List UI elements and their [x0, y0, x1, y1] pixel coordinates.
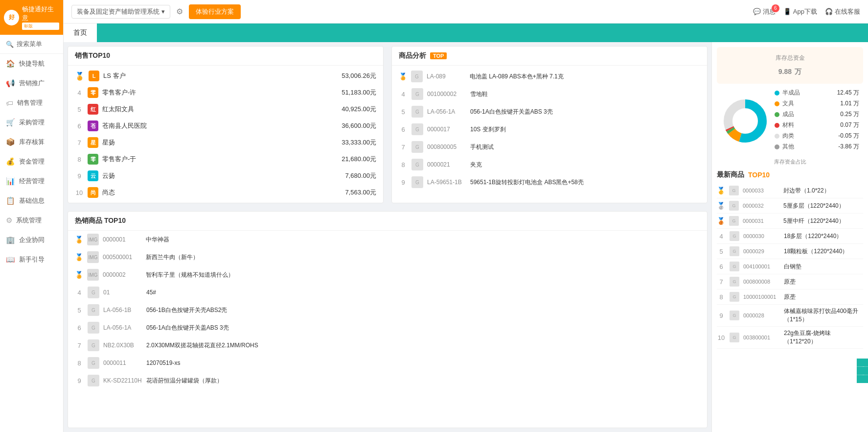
operation-label: 经营管理: [19, 177, 45, 186]
rank-number: 10: [717, 334, 726, 341]
legend-value: 12.45 万: [837, 89, 859, 97]
customer-amount: 21,680.00元: [342, 155, 376, 164]
rank-number: 6: [717, 263, 726, 270]
sidebar-item-system[interactable]: ⚙系统管理: [0, 211, 63, 230]
operation-icon: 📊: [6, 177, 15, 186]
guide-icon: 📖: [6, 255, 15, 264]
customer-name: 尚态: [102, 188, 341, 197]
rank-number: 9: [399, 179, 408, 186]
search-menu-label: 搜索菜单: [17, 40, 42, 48]
product-thumb: G: [411, 71, 423, 82]
new-product-row: 9G0000028体械嘉核味苏打饮品400毫升（1*15）: [717, 305, 863, 327]
product-code: 01: [103, 289, 142, 296]
product-analysis-row: 9GLA-59651-1B59651-1B旋转投影灯电池盒 ABS黑色+58壳: [392, 173, 707, 191]
sidebar-item-marketing[interactable]: 📢营销推广: [0, 73, 63, 93]
float-service-button[interactable]: 直播: [857, 375, 868, 383]
new-product-thumb: G: [730, 333, 739, 342]
product-analysis-row: 🏅GLA-089电池盖 LA-089 ABS本色+黑种 7.1克: [392, 68, 707, 85]
product-thumb: G: [88, 375, 99, 386]
legend-note: 库存资金占比: [717, 158, 863, 166]
sidebar-item-sales[interactable]: 🏷销售管理: [0, 93, 63, 113]
rank-number: 8: [75, 156, 84, 163]
product-code: NB2.0X30B: [103, 342, 142, 349]
app-download-button[interactable]: 📱 App下载: [783, 7, 817, 16]
product-code: 000500001: [103, 254, 142, 261]
sales-label: 销售管理: [17, 98, 43, 107]
product-analysis-list: 🏅GLA-089电池盖 LA-089 ABS本色+黑种 7.1克4G001000…: [392, 66, 707, 193]
customer-row: 4零零售客户-许51,183.00元: [68, 84, 383, 101]
product-analysis-panel: 商品分析 TOP 🏅GLA-089电池盖 LA-089 ABS本色+黑种 7.1…: [391, 46, 708, 203]
product-thumb: G: [88, 339, 99, 351]
legend-value: -3.86 万: [838, 143, 859, 151]
product-code: LA-056-1A: [427, 108, 466, 115]
customer-panel-header: 销售TOP10: [68, 47, 383, 66]
marketing-label: 营销推广: [19, 79, 45, 88]
inventory-total-card: 库存总资金 9.88 万: [717, 47, 863, 84]
system-selector[interactable]: 装备及固定资产辅助管理系统 ▾: [71, 5, 170, 19]
content-right: 库存总资金 9.88 万: [711, 42, 868, 432]
new-product-code: 10000100001: [743, 294, 780, 300]
content-area: 销售TOP10 🏅LLS 客户53,006.26元4零零售客户-许51,183.…: [64, 42, 868, 432]
guide-label: 新手引导: [19, 255, 45, 264]
inventory-value: 9.88 万: [724, 64, 856, 77]
message-button[interactable]: 💬 消息 6: [753, 7, 776, 16]
customer-amount: 7,680.00元: [345, 171, 376, 180]
rank-number: 7: [75, 342, 84, 349]
customer-name: 零售客户-于: [102, 155, 338, 164]
sidebar-item-base[interactable]: 📋基础信息: [0, 191, 63, 211]
product-thumb: G: [88, 357, 99, 369]
hot-product-row: 5GLA-056-1B056-1B白色按键开关壳ABS2壳: [68, 301, 707, 319]
trial-button[interactable]: 体验行业方案: [189, 4, 241, 19]
search-menu-item[interactable]: 🔍 搜索菜单: [0, 35, 63, 54]
product-name: 智利车子里（规格不知道填什么）: [146, 271, 700, 279]
new-product-name: 封边带（1.0*22）: [783, 187, 863, 195]
tab-home[interactable]: 首页: [64, 24, 97, 42]
sidebar-item-inventory[interactable]: 📦库存核算: [0, 132, 63, 152]
product-code: LA-056-1B: [103, 307, 142, 313]
dropdown-icon: ▾: [161, 8, 165, 15]
marketing-icon: 📢: [6, 79, 15, 88]
cooperate-label: 企业协同: [19, 236, 45, 244]
new-product-row: 🥉G00000315厘中纤（1220*2440）: [717, 214, 863, 229]
new-product-code: 004100001: [743, 264, 780, 269]
sidebar-item-finance[interactable]: 💰资金管理: [0, 152, 63, 171]
hot-products-header: 热销商品 TOP10: [68, 212, 707, 231]
legend-label: 半成品: [782, 89, 834, 97]
new-product-thumb: G: [730, 277, 739, 287]
message-badge: 6: [772, 4, 779, 12]
app-download-label: App下载: [793, 7, 817, 16]
sidebar-item-cooperate[interactable]: 🏢企业协同: [0, 230, 63, 250]
sidebar-item-quick[interactable]: 🏠快捷导航: [0, 54, 63, 73]
product-name: 12070519-xs: [146, 360, 700, 366]
settings-icon[interactable]: ⚙: [176, 7, 183, 16]
rank-number: 5: [75, 307, 84, 314]
product-code: 0000001: [103, 236, 142, 243]
customer-row: 🏅LLS 客户53,006.26元: [68, 68, 383, 84]
product-thumb: G: [88, 322, 99, 334]
cooperate-icon: 🏢: [6, 236, 15, 244]
rank-number: 6: [75, 122, 84, 130]
new-products-label: 最新商品: [717, 170, 744, 179]
rank-number: 5: [717, 248, 726, 255]
new-product-row: 4G000003018多层（1220*2440）: [717, 229, 863, 244]
product-name: 056-1A白色按键开关盖ABS 3壳: [470, 108, 700, 116]
sidebar-item-purchase[interactable]: 🛒采购管理: [0, 113, 63, 132]
new-product-row: 10G00380000122g鱼豆腐-烧烤味（1*12*20）: [717, 327, 863, 349]
product-name: 新西兰牛肉（新牛）: [146, 253, 700, 262]
system-icon: ⚙: [6, 216, 12, 225]
inventory-label: 库存核算: [19, 138, 45, 146]
sidebar-item-guide[interactable]: 📖新手引导: [0, 250, 63, 269]
customer-badge: 尚: [88, 187, 98, 198]
new-product-row: 7G000800008原垄: [717, 274, 863, 289]
new-product-name: 5厘中纤（1220*2440）: [783, 217, 863, 225]
sidebar-item-operation[interactable]: 📊经营管理: [0, 171, 63, 191]
new-product-row: 🥈G00000325厘多层（1220*2440）: [717, 198, 863, 214]
rank-number: 6: [75, 324, 84, 332]
float-service-button[interactable]: 服务社区: [857, 367, 868, 375]
purchase-icon: 🛒: [6, 118, 15, 127]
hot-products-title: 热销商品 TOP10: [75, 216, 126, 225]
float-service-button[interactable]: 客服热线: [857, 359, 868, 367]
new-product-name: 18颗粒板（1220*2440）: [784, 247, 863, 256]
online-service-button[interactable]: 🎧 在线客服: [825, 7, 860, 16]
customer-badge: 星: [88, 137, 98, 148]
